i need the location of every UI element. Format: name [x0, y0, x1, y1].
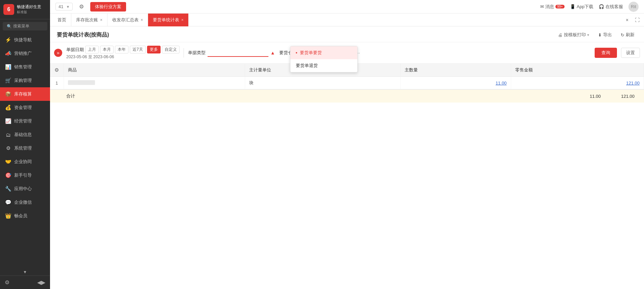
sidebar-item-management[interactable]: 📈 经营管理: [0, 114, 50, 128]
tab-receive-summary[interactable]: 收发存汇总表 ×: [108, 14, 148, 26]
phone-icon: 📱: [570, 4, 575, 9]
query-button[interactable]: 查询: [595, 48, 617, 58]
member-icon: 👑: [5, 213, 11, 219]
set-button[interactable]: 设置: [621, 48, 640, 58]
type-chevron-up-icon[interactable]: ▲: [270, 50, 275, 55]
sales-icon: 📊: [5, 64, 11, 70]
app-download-btn[interactable]: 📱 App下载: [570, 4, 593, 10]
type-input[interactable]: [208, 49, 268, 57]
row-quantity[interactable]: 11.00: [400, 77, 511, 89]
sidebar-item-marketing[interactable]: 📣 营销推广: [0, 47, 50, 60]
date-this-year-btn[interactable]: 本年: [115, 46, 128, 53]
sidebar-item-finance[interactable]: 💰 资金管理: [0, 101, 50, 114]
filter-expand-btn[interactable]: »: [54, 49, 62, 57]
tab-home-label: 首页: [57, 17, 66, 23]
date-last-7-days-btn[interactable]: 近7天: [130, 46, 146, 53]
refresh-btn[interactable]: ↻ 刷新: [618, 30, 637, 39]
search-menu-label: 搜索菜单: [13, 23, 29, 29]
export-label: 导出: [603, 32, 612, 38]
wechat-icon: 💬: [5, 199, 11, 206]
sidebar-scroll-down[interactable]: ▼: [0, 269, 50, 275]
print-template-btn[interactable]: 🖨 按模板打印 ▾: [555, 30, 592, 39]
date-this-month-btn[interactable]: 本月: [100, 46, 114, 53]
main-area: 41 ▼ ⚙ 体验行业方案 ✉ 消息 99+ 📱 App下载 🎧 在线客服 Ri…: [50, 0, 644, 289]
th-quantity: 主数量: [400, 64, 511, 77]
date-last-month-btn[interactable]: 上月: [85, 46, 99, 53]
sidebar-item-purchase[interactable]: 🛒 采购管理: [0, 74, 50, 87]
tab-order-stats-label: 要货单统计表: [153, 17, 179, 23]
tab-expand-btn[interactable]: ⛶: [633, 16, 641, 24]
tab-close-all-btn[interactable]: ×: [623, 16, 631, 24]
tab-home[interactable]: 首页: [53, 14, 71, 26]
export-icon: ⬇: [598, 32, 602, 38]
dropdown-option-1-label: 要货单退货: [296, 63, 318, 69]
sidebar-nav: ⚡ 快捷导航 📣 营销推广 📊 销售管理 🛒 采购管理 📦 库存核算 💰 资金管…: [0, 33, 50, 269]
sidebar-item-sales[interactable]: 📊 销售管理: [0, 60, 50, 74]
online-service-label: 在线客服: [605, 4, 623, 10]
print-template-label: 按模板打印: [564, 32, 586, 38]
type-dropdown: 要货单要货 要货单退货: [290, 46, 358, 72]
sidebar: 6 畅捷通好生意 标准版 🔍 搜索菜单 ⚡ 快捷导航 📣 营销推广 📊 销售管理…: [0, 0, 50, 289]
dropdown-option-1[interactable]: 要货单退货: [290, 59, 357, 72]
refresh-icon: ↻: [621, 32, 624, 38]
tab-order-stats[interactable]: 要货单统计表 ×: [148, 14, 189, 26]
sidebar-search-btn[interactable]: 🔍 搜索菜单: [3, 22, 47, 30]
management-icon: 📈: [5, 118, 11, 125]
message-icon: ✉: [540, 4, 544, 9]
row-unit: 块: [245, 77, 400, 89]
header-left: 41 ▼ ⚙ 体验行业方案: [55, 2, 126, 12]
purchase-icon: 🛒: [5, 77, 11, 84]
collapse-icon[interactable]: ◀▶: [37, 279, 45, 286]
sidebar-item-cooperation[interactable]: 🤝 企业协同: [0, 155, 50, 169]
inventory-icon: 📦: [5, 91, 11, 97]
store-chevron-icon: ▼: [66, 5, 70, 9]
header-right: ✉ 消息 99+ 📱 App下载 🎧 在线客服 Rit: [540, 2, 639, 12]
row-index: 1: [50, 77, 64, 89]
sidebar-item-system[interactable]: ⚙ 系统管理: [0, 141, 50, 155]
footer-label: 合计: [54, 93, 75, 99]
row-amount[interactable]: 121.00: [511, 77, 644, 89]
sidebar-item-inventory[interactable]: 📦 库存核算: [0, 87, 50, 101]
date-range-group: 单据日期 上月 本月 本年 近7天 更多 自定义 2023-05-06 至 20…: [66, 46, 180, 60]
cooperation-label: 企业协同: [14, 159, 32, 165]
top-header: 41 ▼ ⚙ 体验行业方案 ✉ 消息 99+ 📱 App下载 🎧 在线客服 Ri…: [50, 0, 644, 14]
tab-batch-account[interactable]: 库存批次账 ×: [71, 14, 108, 26]
sidebar-item-guide[interactable]: 🎯 新手引导: [0, 169, 50, 182]
page-content: 要货单统计表(按商品) 🖨 按模板打印 ▾ ⬇ 导出 ↻ 刷新 »: [50, 26, 644, 289]
trial-button[interactable]: 体验行业方案: [90, 2, 126, 12]
table-settings-icon[interactable]: ⚙: [54, 67, 59, 73]
sidebar-item-member[interactable]: 👑 畅会员: [0, 209, 50, 223]
type-filter-field: 单据类型 ▲: [188, 49, 275, 57]
date-custom-btn[interactable]: 自定义: [162, 46, 180, 53]
app-center-icon: 🔧: [5, 185, 11, 192]
user-avatar[interactable]: Rit: [628, 2, 639, 12]
finance-icon: 💰: [5, 104, 11, 111]
sidebar-item-basic-info[interactable]: 🗂 基础信息: [0, 128, 50, 141]
date-buttons: 上月 本月 本年 近7天 更多 自定义: [85, 46, 180, 53]
tab-receive-summary-label: 收发存汇总表: [112, 17, 139, 23]
tab-batch-account-close-icon[interactable]: ×: [100, 18, 102, 22]
sidebar-item-wechat[interactable]: 💬 企业微信: [0, 196, 50, 209]
system-label: 系统管理: [14, 145, 32, 151]
sidebar-bottom: ⚙ ◀▶: [0, 275, 50, 289]
message-badge: 99+: [555, 5, 565, 8]
header-gear-btn[interactable]: ⚙: [77, 2, 86, 12]
online-service-btn[interactable]: 🎧 在线客服: [599, 4, 623, 10]
search-icon: 🔍: [7, 24, 12, 29]
th-gear[interactable]: ⚙: [50, 64, 64, 77]
message-btn[interactable]: ✉ 消息 99+: [540, 4, 565, 10]
marketing-icon: 📣: [5, 50, 11, 57]
export-btn[interactable]: ⬇ 导出: [595, 30, 615, 39]
print-chevron-icon: ▾: [587, 33, 589, 37]
date-more-btn[interactable]: 更多: [147, 46, 161, 53]
sidebar-item-quick-nav[interactable]: ⚡ 快捷导航: [0, 33, 50, 47]
settings-icon[interactable]: ⚙: [5, 279, 9, 286]
store-selector[interactable]: 41 ▼: [55, 3, 73, 10]
app-center-label: 应用中心: [14, 186, 32, 192]
tab-order-stats-close-icon[interactable]: ×: [181, 18, 184, 22]
tab-receive-summary-close-icon[interactable]: ×: [141, 18, 143, 22]
sidebar-item-app-center[interactable]: 🔧 应用中心: [0, 182, 50, 196]
dropdown-option-0[interactable]: 要货单要货: [290, 46, 357, 59]
table-footer: 合计 11.00 121.00: [50, 89, 644, 103]
filter-divider-1: [184, 48, 184, 58]
